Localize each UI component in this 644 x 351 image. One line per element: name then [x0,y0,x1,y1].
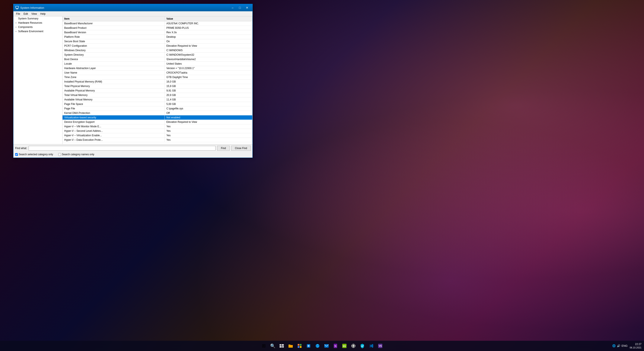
sidebar-item-system-summary[interactable]: System Summary [14,16,62,21]
find-label: Find what: [15,147,27,150]
table-row[interactable]: BaseBoard VersionRev X.0x [62,30,252,35]
visual-studio-button[interactable]: VS [376,342,384,350]
table-row[interactable]: Page File Space5,00 GB [62,102,252,106]
table-row[interactable]: Device Encryption SupportElevation Requi… [62,120,252,124]
search-category-only-checkbox[interactable]: Search selected category only [15,153,53,156]
table-row[interactable]: Time ZoneGTB Daylight Time [62,75,252,79]
table-cell-item: Virtualization-based security [62,115,164,120]
table-row[interactable]: System DirectoryC:\WINDOWS\system32 [62,53,252,57]
menu-view[interactable]: View [30,12,38,16]
clock-time: 22:27 [630,343,642,346]
taskbar-clock[interactable]: 22:27 06.10.2021 [630,343,642,349]
table-row[interactable]: Available Physical Memory9,91 GB [62,88,252,93]
expand-icon-hardware: + [15,22,17,24]
table-cell-item: Available Physical Memory [62,88,164,93]
mail-button[interactable] [323,342,330,350]
table-cell-item: Platform Role [62,35,164,39]
find-input[interactable] [28,146,216,151]
table-cell-item: Windows Directory [62,48,164,53]
table-cell-item: System Directory [62,53,164,57]
language-indicator[interactable]: ENG [622,344,628,347]
search-button[interactable]: 🔍 [269,342,276,350]
network-icon[interactable]: 🌐 [612,344,616,347]
menu-edit[interactable]: Edit [22,12,30,16]
vscode-button[interactable] [368,342,375,350]
table-row[interactable]: Virtualization-based securityNot enabled [62,115,252,120]
table-cell-item: Locale [62,62,164,66]
table-row[interactable]: User NameCROCKPOT\adria [62,71,252,75]
table-cell-value: Yes [164,133,252,138]
table-cell-value: United States [164,62,252,66]
table-cell-value: PRIME B350-PLUS [164,26,252,30]
table-cell-item: Installed Physical Memory (RAM) [62,79,164,84]
table-row[interactable]: BaseBoard ProductPRIME B350-PLUS [62,26,252,30]
table-row[interactable]: Available Virtual Memory11,4 GB [62,97,252,102]
file-explorer-button[interactable] [287,342,294,350]
table-row[interactable]: Platform RoleDesktop [62,35,252,39]
table-cell-value: 15,9 GB [164,84,252,88]
sidebar-item-components[interactable]: + Components [14,25,62,29]
table-row[interactable]: Kernel DMA ProtectionOff [62,111,252,115]
table-row[interactable]: Secure Boot StateOn [62,39,252,44]
title-bar: System Information – □ ✕ [14,4,252,11]
task-view-button[interactable] [278,342,286,350]
table-row[interactable]: Page FileC:\pagefile.sys [62,106,252,111]
table-cell-item: BaseBoard Product [62,26,164,30]
svg-rect-7 [288,345,293,347]
table-cell-value: Not enabled [164,115,252,120]
taskbar-right: 🌐 🔊 ENG 22:27 06.10.2021 [612,343,642,349]
table-row[interactable]: Total Virtual Memory20,9 GB [62,93,252,97]
edge-button[interactable] [314,342,321,350]
table-row[interactable]: Boot Device\Device\HarddiskVolume2 [62,57,252,62]
pinned-1-button[interactable] [296,342,304,350]
find-bar: Find what: Find Close Find [14,144,252,152]
menu-help[interactable]: Help [38,12,47,16]
search-category-only-input[interactable] [15,153,18,156]
search-category-names-checkbox[interactable]: Search category names only [58,153,94,156]
expand-icon-components: + [15,26,17,28]
table-cell-value: Elevation Required to View [164,120,252,124]
table-row[interactable]: Hyper-V – Data Execution Prote...Yes [62,138,252,142]
minimize-button[interactable]: – [229,5,236,11]
table-row[interactable]: Hardware Abstraction LayerVersion = "10.… [62,66,252,71]
table-cell-item: Boot Device [62,57,164,62]
table-cell-item: Page File [62,106,164,111]
find-button[interactable]: Find [217,146,230,151]
table-cell-item: Hyper-V – Data Execution Prote... [62,138,164,142]
sidebar-item-hardware-resources[interactable]: + Hardware Resources [14,21,62,25]
taskbar: ⊞ 🔍 [0,341,644,351]
settings-button[interactable] [350,342,357,350]
info-table: Item Value BaseBoard ManufacturerASUSTeK… [62,16,252,142]
defender-button[interactable] [358,342,366,350]
close-button[interactable]: ✕ [244,5,251,11]
table-row[interactable]: Total Physical Memory15,9 GB [62,84,252,88]
search-category-names-input[interactable] [58,153,61,156]
maximize-button[interactable]: □ [236,5,244,11]
table-cell-value: Yes [164,129,252,133]
table-row[interactable]: Hyper-V – Second Level Addres...Yes [62,129,252,133]
table-row[interactable]: Hyper-V – Virtualization Enable...Yes [62,133,252,138]
nvidia-button[interactable]: NV [340,342,348,350]
table-cell-value: Yes [164,124,252,129]
data-area[interactable]: Item Value BaseBoard ManufacturerASUSTeK… [62,16,252,144]
start-button[interactable]: ⊞ [260,342,268,350]
table-row[interactable]: Hyper-V – VM Monitor Mode E...Yes [62,124,252,129]
table-cell-value: Off [164,111,252,115]
table-cell-value: On [164,39,252,44]
table-row[interactable]: BaseBoard ManufacturerASUSTeK COMPUTER I… [62,21,252,26]
table-row[interactable]: LocaleUnited States [62,62,252,66]
svg-rect-23 [352,346,352,346]
sidebar-item-software-environment[interactable]: + Software Environment [14,29,62,33]
onenote-button[interactable]: N [332,342,339,350]
column-header-value: Value [164,16,252,21]
table-row[interactable]: Windows DirectoryC:\WINDOWS [62,48,252,53]
bottom-area: Find what: Find Close Find Search select… [14,144,252,158]
menu-file[interactable]: File [14,12,22,16]
sidebar-label-software-environment: Software Environment [18,30,43,33]
volume-icon[interactable]: 🔊 [617,344,620,347]
close-find-button[interactable]: Close Find [231,146,251,151]
svg-rect-0 [16,6,18,8]
table-row[interactable]: PCR7 ConfigurationElevation Required to … [62,44,252,48]
pinned-2-button[interactable] [305,342,312,350]
table-row[interactable]: Installed Physical Memory (RAM)16,0 GB [62,79,252,84]
